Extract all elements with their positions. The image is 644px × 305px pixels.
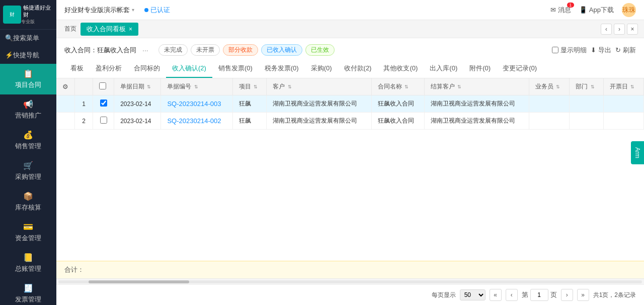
subtab-5[interactable]: 税务发票(0) [259,60,305,78]
sidebar-label-6: 总账管理 [15,264,41,273]
status-confirmed[interactable]: 已收入确认 [261,44,302,56]
sidebar-item-4[interactable]: 📦库存核算 [0,186,56,217]
row-customer-0: 湖南卫视商业运营发展有限公司 [267,95,371,113]
sidebar-label-5: 资金管理 [15,234,41,243]
sidebar-search[interactable]: 🔍 搜索菜单 [0,30,56,47]
row-checkbox-1[interactable] [93,113,114,130]
subtab-0[interactable]: 看板 [64,60,90,78]
topbar: 好业财专业版演示帐套 ▾ 已认证 ✉ 消息 1 📱 App下载 珠珠 [56,0,644,20]
sidebar-quick-nav[interactable]: ⚡ 快捷导航 [0,47,56,64]
table-area: ⚙ 单据日期 ⇅ 单据编号 ⇅ 项目 ⇅ 客户 ⇅ 合同名称 ⇅ 结算客户 ⇅ … [56,78,644,261]
row-billno-1[interactable]: SQ-20230214-002 [161,113,233,130]
next-page-btn[interactable]: › [561,289,573,301]
sidebar-item-1[interactable]: 📢营销推广 [0,94,56,125]
sidebar-icon-2: 💰 [23,130,33,140]
more-options-icon[interactable]: ··· [142,46,148,54]
status-incomplete[interactable]: 未完成 [158,44,188,56]
app-download-action[interactable]: 📱 App下载 [579,6,614,15]
contract-title: 收入合同：狂飙收入合同 [64,46,136,55]
sidebar-icon-6: 📒 [23,253,33,262]
show-detail-checkbox[interactable] [552,47,558,53]
table-row[interactable]: 1 2023-02-14 SQ-20230214-003 狂飙 湖南卫视商业运营… [56,95,644,113]
subtab-2[interactable]: 合同标的 [128,60,166,78]
th-customer[interactable]: 客户 ⇅ [267,78,371,95]
home-tab[interactable]: 首页 [62,25,78,33]
subtab-6[interactable]: 采购(0) [305,60,338,78]
per-page-select[interactable]: 50 100 200 [460,289,486,300]
th-bill-no[interactable]: 单据编号 ⇅ [161,78,233,95]
subtab-3[interactable]: 收入确认(2) [166,60,212,78]
row-salesman-1 [529,113,570,130]
sidebar-items: 📋项目合同📢营销推广💰销售管理🛒采购管理📦库存核算💳资金管理📒总账管理🧾发票管理… [0,64,56,305]
tab-next-btn[interactable]: › [614,24,625,35]
contract-header: 收入合同：狂飙收入合同 ··· 未完成 未开票 部分收款 已收入确认 已生效 显… [56,38,644,60]
th-settings: ⚙ [56,78,75,95]
first-page-btn[interactable]: « [490,289,502,301]
message-icon: ✉ [550,6,556,14]
refresh-btn[interactable]: ↻ 刷新 [615,46,636,55]
th-contract-name[interactable]: 合同名称 ⇅ [371,78,424,95]
sidebar-item-6[interactable]: 📒总账管理 [0,248,56,278]
tab-close-btn[interactable]: × [627,24,638,35]
row-invoicedate-1 [603,113,643,130]
settings-icon[interactable]: ⚙ [62,83,68,90]
sidebar-label-7: 发票管理 [15,295,41,304]
status-partial-receipt[interactable]: 部分收款 [223,44,258,56]
sidebar-label-1: 营销推广 [15,111,41,120]
status-uninvoiced[interactable]: 未开票 [191,44,220,56]
row-num-0: 1 [75,95,93,113]
row-invoicedate-0 [603,95,643,113]
page-indicator: 第 页 [522,289,557,301]
sort-contract-icon: ⇅ [405,84,409,89]
table-row[interactable]: 2 2023-02-14 SQ-20230214-002 狂飙 湖南卫视商业运营… [56,113,644,130]
sidebar-item-2[interactable]: 💰销售管理 [0,125,56,156]
floating-action-btn[interactable]: Arm [631,141,644,164]
last-page-btn[interactable]: » [577,289,589,301]
scroll-track[interactable] [58,280,642,283]
row-customer-1: 湖南卫视商业运营发展有限公司 [267,113,371,130]
subtab-4[interactable]: 销售发票(0) [212,60,259,78]
page-input[interactable] [530,289,548,301]
th-department[interactable]: 部门 ⇅ [570,78,603,95]
th-checkbox [93,78,114,95]
subtab-8[interactable]: 其他收支(0) [377,60,424,78]
scroll-thumb[interactable] [89,280,189,283]
company-selector[interactable]: 好业财专业版演示帐套 ▾ [64,6,134,15]
company-name: 好业财专业版演示帐套 [64,6,130,15]
contract-status-bar: 未完成 未开票 部分收款 已收入确认 已生效 [158,44,335,56]
th-invoice-date[interactable]: 开票日 ⇅ [603,78,643,95]
sidebar-item-0[interactable]: 📋项目合同 [0,64,56,94]
subtab-1[interactable]: 盈利分析 [90,60,128,78]
subtab-10[interactable]: 附件(0) [463,60,497,78]
user-avatar[interactable]: 珠珠 [622,3,636,17]
logo-icon: 财 [3,6,21,24]
th-date[interactable]: 单据日期 ⇅ [114,78,161,95]
select-all-checkbox[interactable] [99,82,106,89]
sidebar-item-5[interactable]: 💳资金管理 [0,217,56,248]
status-effective[interactable]: 已生效 [305,44,335,56]
sidebar-item-7[interactable]: 🧾发票管理 [0,278,56,305]
tab-close-icon[interactable]: × [129,26,132,33]
subtab-7[interactable]: 收付款(2) [338,60,378,78]
subtab-9[interactable]: 出入库(0) [424,60,463,78]
row-billno-0[interactable]: SQ-20230214-003 [161,95,233,113]
content: 收入合同：狂飙收入合同 ··· 未完成 未开票 部分收款 已收入确认 已生效 显… [56,38,644,305]
contract-actions: 显示明细 ⬇ 导出 ↻ 刷新 [552,46,636,55]
summary-label: 合计： [64,265,84,274]
prev-page-btn[interactable]: ‹ [506,289,518,301]
row-date-1: 2023-02-14 [114,113,161,130]
th-project[interactable]: 项目 ⇅ [233,78,267,95]
export-btn[interactable]: ⬇ 导出 [591,46,611,55]
subtab-11[interactable]: 变更记录(0) [497,60,543,78]
sort-salesman-icon: ⇅ [556,84,560,89]
tab-prev-btn[interactable]: ‹ [601,24,612,35]
message-action[interactable]: ✉ 消息 1 [550,6,571,15]
th-settlement[interactable]: 结算客户 ⇅ [424,78,529,95]
th-salesman[interactable]: 业务员 ⇅ [529,78,570,95]
total-info: 共1页，2条记录 [593,291,636,299]
show-detail-toggle[interactable]: 显示明细 [552,46,587,55]
sidebar-item-3[interactable]: 🛒采购管理 [0,156,56,186]
main-area: 好业财专业版演示帐套 ▾ 已认证 ✉ 消息 1 📱 App下载 珠珠 首页 收入 [56,0,644,305]
row-checkbox-0[interactable] [93,95,114,113]
active-tab[interactable]: 收入合同看板 × [80,23,138,36]
